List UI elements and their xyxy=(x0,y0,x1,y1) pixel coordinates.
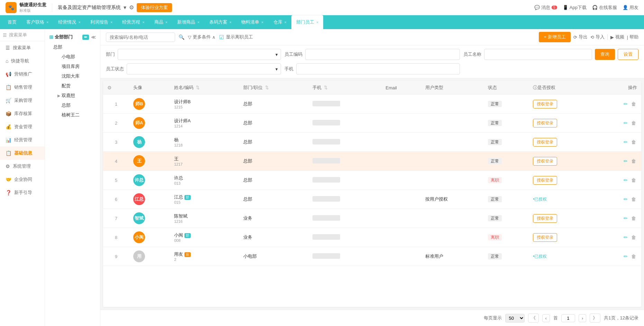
delete-btn[interactable]: 🗑 xyxy=(631,120,636,126)
tree-node-项目库房[interactable]: 项目库房 xyxy=(45,62,100,71)
app-download-btn[interactable]: 📱 App下载 xyxy=(563,5,587,11)
edit-btn[interactable]: ✏ xyxy=(624,120,628,126)
phone-input[interactable] xyxy=(296,63,460,74)
auth-login-btn[interactable]: 授权登录 xyxy=(533,100,557,108)
edit-btn[interactable]: ✏ xyxy=(624,235,628,240)
page-size-select[interactable]: 501020100 xyxy=(505,314,525,323)
nav-tab-仓库[interactable]: 仓库× xyxy=(269,15,291,29)
nav-tab-商品[interactable]: 商品× xyxy=(149,15,172,29)
import-button[interactable]: ⟲ 导入 xyxy=(590,34,605,40)
tree-node-配货[interactable]: 配货 xyxy=(45,81,100,91)
tab-close-仓库[interactable]: × xyxy=(284,20,287,24)
user-btn[interactable]: 👤 用友 xyxy=(623,5,638,11)
edit-btn[interactable]: ✏ xyxy=(624,196,628,202)
col-phone[interactable]: 手机 ⇅ xyxy=(308,81,382,95)
sidebar-item-search[interactable]: ☰搜索菜单 xyxy=(0,41,45,54)
auth-login-btn[interactable]: 授权登录 xyxy=(533,214,557,223)
delete-btn[interactable]: 🗑 xyxy=(631,196,636,202)
edit-btn[interactable]: ✏ xyxy=(624,139,628,145)
trial-button[interactable]: 体验行业方案 xyxy=(137,3,172,12)
sidebar-item-finance[interactable]: 💰资金管理 xyxy=(0,120,45,133)
auth-login-btn[interactable]: 授权登录 xyxy=(533,176,557,185)
edit-btn[interactable]: ✏ xyxy=(624,177,628,183)
tree-node-总部[interactable]: 总部 xyxy=(45,42,100,52)
col-dept-pos[interactable]: 部门/职位 ⇅ xyxy=(239,81,308,95)
sidebar-item-nav[interactable]: ⌂快捷导航 xyxy=(0,54,45,68)
nav-tab-首页[interactable]: 首页 xyxy=(3,15,21,29)
tree-node-植树王二[interactable]: 植树王二 xyxy=(45,110,100,120)
tree-node-双鹿想[interactable]: ▶双鹿想 xyxy=(45,91,100,100)
tree-node-总部[interactable]: 总部 xyxy=(45,100,100,110)
service-btn[interactable]: 🎧 在线客服 xyxy=(592,5,617,11)
nav-tab-物料清单[interactable]: 物料清单× xyxy=(236,15,268,29)
tab-close-部门员工[interactable]: × xyxy=(316,20,318,24)
settings-button[interactable]: ⚙ xyxy=(129,4,134,11)
edit-btn[interactable]: ✏ xyxy=(624,158,628,164)
emp-code-input[interactable] xyxy=(305,49,460,60)
next-page-btn[interactable]: › xyxy=(579,314,586,322)
set-button[interactable]: 设置 xyxy=(618,49,638,60)
page-input[interactable] xyxy=(561,314,575,322)
col-settings[interactable]: ⚙ xyxy=(103,81,129,95)
nav-tab-经营情况[interactable]: 经营情况× xyxy=(53,15,85,29)
auth-login-btn[interactable]: 授权登录 xyxy=(533,157,557,166)
nav-tab-客户联络[interactable]: 客户联络× xyxy=(21,15,53,29)
delete-btn[interactable]: 🗑 xyxy=(631,158,636,164)
status-select[interactable]: ▾ xyxy=(127,63,281,74)
show-resign-toggle[interactable]: ☑ 显示离职员工 xyxy=(219,34,253,41)
emp-name-input[interactable] xyxy=(484,49,592,60)
search-input[interactable] xyxy=(106,33,175,42)
sidebar-item-collab[interactable]: 🤝企业协同 xyxy=(0,173,45,186)
tree-node-小电部[interactable]: 小电部 xyxy=(45,52,100,62)
auth-login-btn[interactable]: 授权登录 xyxy=(533,138,557,147)
nav-tab-利润报告[interactable]: 利润报告× xyxy=(85,15,117,29)
tab-close-条码方案[interactable]: × xyxy=(229,20,232,24)
tab-close-利润报告[interactable]: × xyxy=(110,20,112,24)
col-name-code[interactable]: 姓名/编码 ⇅ xyxy=(170,81,239,95)
sidebar-item-basic[interactable]: 📋基础信息 xyxy=(0,147,45,160)
sidebar-item-operations[interactable]: 📊经营管理 xyxy=(0,133,45,147)
gear-button[interactable]: ▾ xyxy=(124,4,126,11)
edit-btn[interactable]: ✏ xyxy=(624,101,628,107)
tab-close-客户联络[interactable]: × xyxy=(46,20,48,24)
sidebar-item-sales[interactable]: 📋销售管理 xyxy=(0,81,45,94)
export-button[interactable]: ⟳ 导出 xyxy=(573,34,588,40)
delete-btn[interactable]: 🗑 xyxy=(631,177,636,183)
sidebar-item-system[interactable]: ⚙系统管理 xyxy=(0,160,45,173)
auth-login-btn[interactable]: 授权登录 xyxy=(533,119,557,127)
video-button[interactable]: ▶ 视频 xyxy=(610,34,624,40)
tab-close-经营情况[interactable]: × xyxy=(78,20,80,24)
auth-login-btn[interactable]: 授权登录 xyxy=(533,233,557,242)
dept-select[interactable]: ▾ xyxy=(118,49,281,60)
tree-node-沈阳大库[interactable]: 沈阳大库 xyxy=(45,71,100,81)
help-button[interactable]: | 帮助 xyxy=(627,34,638,40)
tab-close-物料清单[interactable]: × xyxy=(261,20,263,24)
tree-collapse-icon[interactable]: ≪ xyxy=(91,35,96,40)
nav-tab-条码方案[interactable]: 条码方案× xyxy=(205,15,236,29)
tab-close-商品[interactable]: × xyxy=(165,20,167,24)
sidebar-item-guide[interactable]: ❓新手引导 xyxy=(0,186,45,199)
delete-btn[interactable]: 🗑 xyxy=(631,254,636,259)
nav-tab-经营历程[interactable]: 经营历程× xyxy=(117,15,149,29)
tree-edit-icon[interactable]: ✏ xyxy=(82,35,89,40)
delete-btn[interactable]: 🗑 xyxy=(631,215,636,221)
tab-close-经营历程[interactable]: × xyxy=(142,20,144,24)
add-employee-button[interactable]: + 新增员工 xyxy=(539,32,570,42)
query-button[interactable]: 查询 xyxy=(595,49,615,60)
nav-tab-新增商品[interactable]: 新增商品× xyxy=(172,15,204,29)
sidebar-item-marketing[interactable]: 📢营销推广 xyxy=(0,68,45,81)
delete-btn[interactable]: 🗑 xyxy=(631,235,636,240)
sidebar-search[interactable]: ☰ 搜索菜单 xyxy=(0,29,45,41)
sidebar-item-inventory[interactable]: 📦库存核算 xyxy=(0,107,45,120)
nav-tab-部门员工[interactable]: 部门员工× xyxy=(291,15,323,29)
sidebar-item-purchase[interactable]: 🛒采购管理 xyxy=(0,94,45,107)
tab-close-新增商品[interactable]: × xyxy=(197,20,199,24)
edit-btn[interactable]: ✏ xyxy=(624,254,628,259)
last-page-btn[interactable]: 》 xyxy=(590,314,600,323)
delete-btn[interactable]: 🗑 xyxy=(631,139,636,145)
edit-btn[interactable]: ✏ xyxy=(624,215,628,221)
message-btn[interactable]: 💬 消息 5 xyxy=(534,5,557,11)
delete-btn[interactable]: 🗑 xyxy=(631,101,636,107)
prev-page-btn[interactable]: ‹ xyxy=(542,314,550,322)
filter-btn[interactable]: ▽ 更多条件 ∧ xyxy=(188,34,216,40)
